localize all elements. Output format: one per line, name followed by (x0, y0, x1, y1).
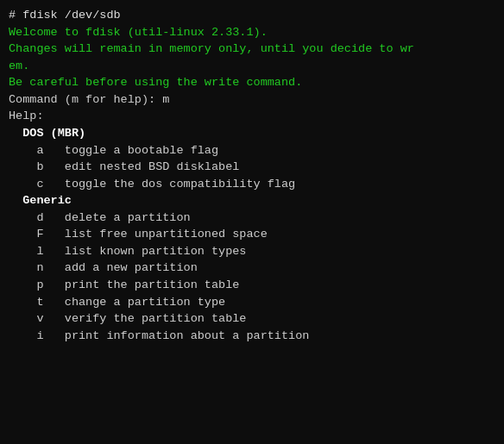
terminal-line-cmd-d: d delete a partition (9, 209, 495, 227)
terminal-line-cmd-a: a toggle a bootable flag (9, 142, 495, 159)
terminal-line-generic-header: Generic (9, 192, 495, 209)
terminal-line-cmd-p: p print the partition table (9, 277, 495, 294)
terminal-line-cmd-l: l list known partition types (9, 243, 495, 260)
terminal-line-cmd-t: t change a partition type (9, 294, 495, 311)
terminal-window[interactable]: # fdisk /dev/sdbWelcome to fdisk (util-l… (0, 0, 504, 444)
terminal-line-command: Command (m for help): m (9, 91, 495, 109)
terminal-line-cmd-b: b edit nested BSD disklabel (9, 159, 495, 176)
terminal-line-dos-header: DOS (MBR) (9, 125, 495, 142)
terminal-line-cmd-v: v verify the partition table (9, 310, 495, 328)
terminal-line-welcome: Welcome to fdisk (util-linux 2.33.1). (9, 24, 495, 41)
terminal-line-prompt: # fdisk /dev/sdb (9, 7, 495, 24)
terminal-line-changes1: Changes will remain in memory only, unti… (9, 41, 495, 58)
terminal-line-changes2: em. (9, 58, 495, 75)
terminal-line-cmd-F: F list free unpartitioned space (9, 226, 495, 243)
terminal-line-careful: Be careful before using the write comman… (9, 74, 495, 91)
terminal-line-cmd-n: n add a new partition (9, 260, 495, 277)
terminal-line-help: Help: (9, 108, 495, 125)
terminal-line-cmd-c: c toggle the dos compatibility flag (9, 176, 495, 193)
terminal-line-cmd-i: i print information about a partition (9, 328, 495, 345)
